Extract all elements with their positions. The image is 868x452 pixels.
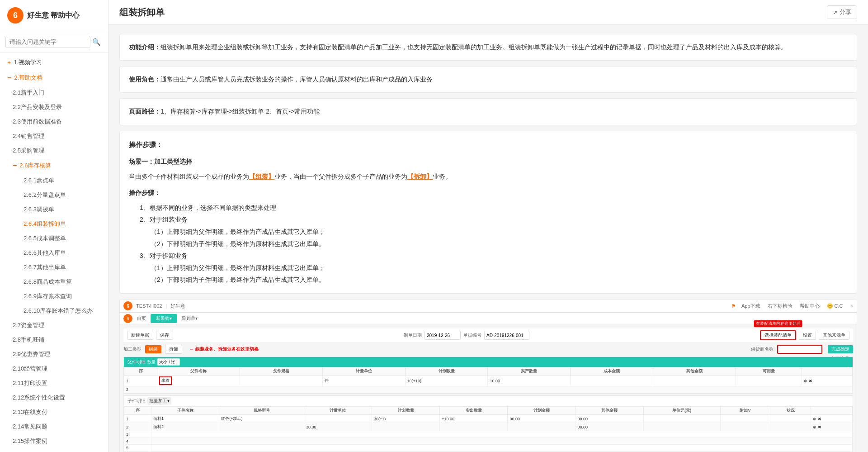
collapse-icon: − <box>7 74 11 82</box>
sidebar-item-210[interactable]: 2.10经营管理 <box>0 362 108 376</box>
role-text: 通常由生产人员或库管人员完成拆装业务的操作，库管人员确认原材料的出库和产成品的入… <box>160 76 433 83</box>
mock-date-label: 制单日期 <box>404 332 422 338</box>
mock-app-desc: 好生意 <box>170 303 185 309</box>
content-area: 功能介绍：组装拆卸单用来处理企业组装或拆卸等加工业务，支持有固定装配清单的产品加… <box>108 25 868 452</box>
annotation1-label: 有装配清单的在这里处理 <box>754 320 802 327</box>
search-button[interactable]: 🔍 <box>90 38 103 46</box>
table-row: 1 面料1 红色(+加工) 30(+1) +10.00 00.00 00.00 <box>124 415 853 423</box>
sidebar-item-265[interactable]: 2.6.5成本调整单 <box>7 231 108 246</box>
screenshot-container: 6 TEST-H002 | 好生意 ⚑ App下载 右下标检验 帮助中心 😊 C… <box>119 299 857 452</box>
sidebar-item-267[interactable]: 2.6.7其他出库单 <box>7 260 108 275</box>
sidebar-item-214[interactable]: 2.14常见问题 <box>0 419 108 434</box>
step3: 3、对于拆卸业务 <box>140 250 848 262</box>
assembly-link[interactable]: 【组装】 <box>249 173 274 180</box>
steps-list: 1、根据不同的业务，选择不同单据的类型来处理 2、对于组装业务 （1）上部明细为… <box>129 202 848 286</box>
logo-area: 6 好生意 帮助中心 <box>0 0 108 31</box>
mock-upper-table: 序 父件名称 父件规格 计量单位 计划数量 实产数量 成本金额 其他金额 可用量 <box>124 367 853 393</box>
mock-btn-other2[interactable]: 其他来源单 <box>819 331 849 340</box>
mock-btn-other1[interactable]: 设置 <box>799 331 816 340</box>
step3-2: （2）下部明细为子件明细，最终作为产成品生成其它入库单。 <box>151 274 848 286</box>
sidebar-item-263[interactable]: 2.6.3调拨单 <box>7 202 108 217</box>
sidebar-item-261[interactable]: 2.6.1盘点单 <box>7 173 108 188</box>
role-label: 使用角色： <box>129 76 160 83</box>
sidebar-item-2610[interactable]: 2.6.10库存账本错了怎么办 <box>7 304 108 318</box>
sidebar-item-266[interactable]: 2.6.6其他入库单 <box>7 246 108 260</box>
mock-nav-main[interactable]: 新采购▾ <box>151 314 177 323</box>
page-title: 组装拆卸单 <box>119 6 165 19</box>
sidebar-item-264[interactable]: 2.6.4组装拆卸单 <box>7 217 108 231</box>
app-name: 好生意 帮助中心 <box>27 11 80 20</box>
operations-title: 操作步骤： <box>129 138 848 152</box>
sidebar-item-purchase[interactable]: 2.5采购管理 <box>0 143 108 158</box>
table-row: 1 米衣 件 10(+10) 10.00 <box>124 376 853 386</box>
share-button[interactable]: ➚ 分享 <box>827 5 857 19</box>
mock-btn-new[interactable]: 新建单据 <box>127 331 153 340</box>
mock-upper-table-header: 父件明细 数量 <box>124 357 853 367</box>
mock-assembly-btn[interactable]: 组装 <box>145 345 161 353</box>
sidebar-item-27[interactable]: 2.7资金管理 <box>0 318 108 333</box>
scene1-title: 场景一：加工类型选择 <box>129 156 848 168</box>
sidebar: 6 好生意 帮助中心 🔍 + 1.视频学习 − 2.帮助文档 2.1新手入门 2… <box>0 0 108 452</box>
topbar: 组装拆卸单 ➚ 分享 <box>108 0 868 25</box>
sidebar-item-sales[interactable]: 2.4销售管理 <box>0 129 108 143</box>
step3-details: （1）上部明细为父件明细，最终作为原材料生成其它出库单； （2）下部明细为子件明… <box>140 262 848 286</box>
sidebar-item-newbie[interactable]: 2.1新手入门 <box>0 86 108 100</box>
sidebar-item-213[interactable]: 2.13在线支付 <box>0 405 108 419</box>
search-input[interactable] <box>5 36 90 48</box>
sidebar-item-268[interactable]: 2.6.8商品成本重算 <box>7 275 108 289</box>
mock-nav-home[interactable]: 自页 <box>134 314 149 323</box>
operations-card: 操作步骤： 场景一：加工类型选择 当由多个子件材料组装成一个成品的业务为【组装】… <box>119 131 857 294</box>
mock-btn-save[interactable]: 保存 <box>156 331 173 340</box>
collapse-icon-inventory: − <box>13 162 17 170</box>
mock-body: 新建单据 保存 制单日期 单据编号 选择装配清单 有装配清单的在这里处理 <box>120 325 857 452</box>
mock-product-cell: 米衣 <box>159 376 172 385</box>
app-logo-icon: 6 <box>7 7 24 24</box>
annotation4-area: ← 组装业务、拆卸业务在这里切换 <box>189 346 259 352</box>
annotation1-area: 选择装配清单 有装配清单的在这里处理 <box>760 330 796 340</box>
mock-confirm-btn[interactable]: 完成确定 <box>828 345 853 353</box>
mock-date-input[interactable] <box>425 331 461 340</box>
operations-steps-title: 操作步骤： <box>129 187 848 199</box>
step1: 1、根据不同的业务，选择不同单据的类型来处理 <box>140 202 848 214</box>
table-row-empty: 2 <box>124 386 853 393</box>
path-text: 1、库存核算->库存管理->组装拆卸单 2、首页->常用功能 <box>160 108 320 115</box>
sidebar-item-211[interactable]: 2.11打印设置 <box>0 376 108 390</box>
mock-qty-input[interactable] <box>157 358 180 366</box>
sidebar-item-262[interactable]: 2.6.2分量盘点单 <box>7 188 108 202</box>
type-toggle-row: 加工类型 组装 拆卸 ← 组装业务、拆卸业务在这里切换 供货商名称 完成确定 启… <box>123 345 853 354</box>
sidebar-item-data-prep[interactable]: 2.3使用前数据准备 <box>0 114 108 129</box>
mock-lower-table: 序 子件名称 规格型号 计量单位 计划数量 实出数量 计划金额 其他金额 单位元… <box>124 406 853 452</box>
sidebar-item-28[interactable]: 2.8手机旺铺 <box>0 333 108 347</box>
sidebar-item-212[interactable]: 2.12系统个性化设置 <box>0 390 108 405</box>
intro-label: 功能介绍： <box>129 43 160 51</box>
intro-card: 功能介绍：组装拆卸单用来处理企业组装或拆卸等加工业务，支持有固定装配清单的产品加… <box>119 34 857 61</box>
mock-title-sep: | <box>165 303 167 309</box>
sidebar-item-help-docs[interactable]: − 2.帮助文档 <box>0 70 108 86</box>
mock-process-type-label: 加工类型 <box>123 346 142 352</box>
sidebar-item-215[interactable]: 2.15操作案例 <box>0 434 108 448</box>
sidebar-item-269[interactable]: 2.6.9库存账本查询 <box>7 289 108 304</box>
path-card: 页面路径：1、库存核算->库存管理->组装拆卸单 2、首页->常用功能 <box>119 98 857 125</box>
step2: 2、对于组装业务 <box>140 214 848 226</box>
mock-assembly-list-btn[interactable]: 选择装配清单 <box>760 330 796 340</box>
mock-icons: ⚑ <box>731 303 736 309</box>
sidebar-item-install[interactable]: 2.2产品安装及登录 <box>0 100 108 114</box>
step2-details: （1）上部明细为父件明细，最终作为产成品生成其它入库单； （2）下部明细为子件明… <box>140 226 848 250</box>
table-row: 2 面料2 30.00 00.00 <box>124 423 853 431</box>
mock-disassembly-btn[interactable]: 拆卸 <box>165 345 182 354</box>
table-row-empty: 4 <box>124 438 853 445</box>
table-row-empty: 3 <box>124 431 853 438</box>
sidebar-item-video[interactable]: + 1.视频学习 <box>0 55 108 70</box>
expand-icon: + <box>7 59 11 66</box>
mock-nav-purchase[interactable]: 采购单▾ <box>179 314 200 323</box>
sidebar-item-inventory[interactable]: − 2.6库存核算 <box>0 158 108 173</box>
step2-2: （2）下部明细为子件明细，最终作为原材料生成其它出库单。 <box>151 238 848 250</box>
disassembly-link[interactable]: 【拆卸】 <box>407 173 433 180</box>
main-area: 组装拆卸单 ➚ 分享 功能介绍：组装拆卸单用来处理企业组装或拆卸等加工业务，支持… <box>108 0 868 452</box>
sidebar-item-29[interactable]: 2.9优惠券管理 <box>0 347 108 362</box>
mock-supplier-input[interactable] <box>777 345 822 354</box>
role-card: 使用角色：通常由生产人员或库管人员完成拆装业务的操作，库管人员确认原材料的出库和… <box>119 66 857 93</box>
mock-supplier-label: 供货商名称 <box>751 346 774 352</box>
mock-order-input[interactable] <box>484 331 529 340</box>
mock-top-toolbar: 新建单据 保存 制单日期 单据编号 选择装配清单 有装配清单的在这里处理 <box>123 328 853 342</box>
